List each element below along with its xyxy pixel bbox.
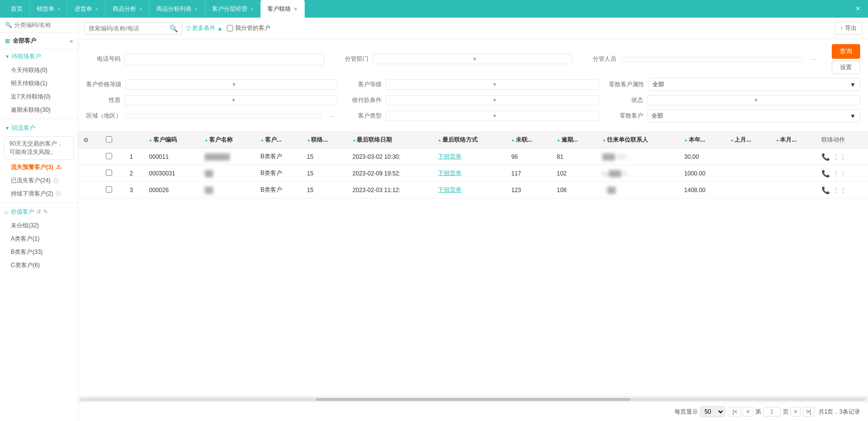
query-button[interactable]: 查询 bbox=[832, 44, 860, 59]
row-last-contact-method-cell[interactable]: 下销货单 bbox=[433, 149, 506, 165]
row-last-contact-method-cell[interactable]: 下销货单 bbox=[433, 165, 506, 182]
person-more-btn[interactable]: ··· bbox=[807, 56, 820, 63]
close-customer-tier-tab[interactable]: × bbox=[250, 6, 253, 12]
filter-icon: ▽ bbox=[186, 25, 191, 32]
col-type[interactable]: 客户... bbox=[256, 132, 302, 149]
zero-retail-attr-value[interactable]: 全部 ▼ bbox=[648, 78, 860, 91]
row-checkbox-cell[interactable] bbox=[101, 182, 125, 198]
scrollbar-thumb[interactable] bbox=[316, 398, 630, 401]
nature-select[interactable]: ▼ bbox=[124, 95, 338, 105]
col-last-contact-date[interactable]: 最后联络日期 bbox=[348, 132, 434, 149]
col-last-month[interactable]: 上月... bbox=[725, 132, 771, 149]
payment-select[interactable]: ▼ bbox=[386, 95, 599, 105]
col-checkbox[interactable] bbox=[101, 132, 125, 149]
sidebar-all-customers-header[interactable]: ⊞ 全部客户 « bbox=[0, 33, 78, 50]
sidebar-group-value[interactable]: ▷ 价值客户 ↺ ✎ bbox=[0, 205, 78, 219]
sidebar-item-unclassified[interactable]: 未分组(32) bbox=[0, 219, 78, 232]
row-action-cell: 📞 ⋮⋮ bbox=[817, 182, 868, 198]
sidebar-item-tomorrow-pending[interactable]: 明天待联络(1) bbox=[0, 77, 78, 90]
per-page-select[interactable]: 50 100 200 bbox=[700, 406, 725, 417]
my-customers-checkbox[interactable] bbox=[227, 25, 233, 31]
next-page-btn[interactable]: > bbox=[791, 407, 801, 417]
status-select[interactable]: ▼ bbox=[647, 95, 860, 105]
sidebar-item-already-lost[interactable]: 已流失客户(24) ⓘ bbox=[0, 174, 78, 187]
page-number-input[interactable] bbox=[763, 407, 781, 417]
col-contact[interactable]: 联络... bbox=[302, 132, 348, 149]
sidebar-item-declining[interactable]: 持续下滑客户(2) ⓘ bbox=[0, 187, 78, 200]
tab-analysis[interactable]: 商品分析 × bbox=[106, 0, 149, 18]
close-all-tabs[interactable]: × bbox=[852, 4, 864, 13]
sidebar-item-overdue-pending[interactable]: 逾期未联络(30) bbox=[0, 103, 78, 117]
sidebar-group-lost[interactable]: ▼ 回流客户 bbox=[0, 121, 78, 135]
price-tier-select[interactable]: ▼ bbox=[125, 79, 338, 90]
filter-zero-retail: 零散客户 全部 ▼ bbox=[609, 109, 860, 123]
filter-phone: 电话号码 bbox=[86, 53, 324, 65]
search-button[interactable]: 🔍 bbox=[169, 25, 178, 32]
search-input[interactable] bbox=[89, 25, 169, 32]
more-action-icon[interactable]: ⋮⋮ bbox=[833, 186, 846, 194]
region-more-btn[interactable]: ··· bbox=[325, 113, 338, 120]
sidebar-item-week-pending[interactable]: 近7天待联络(0) bbox=[0, 90, 78, 103]
tab-purchase[interactable]: 进货单 × bbox=[68, 0, 105, 18]
sidebar-item-class-b[interactable]: B类客户(33) bbox=[0, 246, 78, 259]
col-overdue[interactable]: 逾期... bbox=[552, 132, 598, 149]
more-action-icon[interactable]: ⋮⋮ bbox=[833, 153, 846, 161]
sidebar-item-class-c[interactable]: C类客户(6) bbox=[0, 259, 78, 272]
sidebar-search-input[interactable] bbox=[14, 22, 88, 28]
last-page-btn[interactable]: >| bbox=[803, 407, 815, 417]
close-purchase-tab[interactable]: × bbox=[95, 6, 98, 12]
tab-customer-tier[interactable]: 客户分层经营 × bbox=[205, 0, 261, 18]
chevron-up-icon: ▲ bbox=[217, 25, 223, 32]
more-action-icon[interactable]: ⋮⋮ bbox=[833, 170, 846, 177]
row-checkbox-cell[interactable] bbox=[101, 165, 125, 182]
arrow-down-icon-2: ▼ bbox=[5, 125, 10, 131]
tab-analysis-table[interactable]: 商品分析列表 × bbox=[149, 0, 205, 18]
prev-page-btn[interactable]: < bbox=[743, 407, 753, 417]
horizontal-scrollbar[interactable] bbox=[78, 396, 868, 402]
col-last-contact-method[interactable]: 最后联络方式 bbox=[433, 132, 506, 149]
row-checkbox[interactable] bbox=[106, 153, 112, 159]
close-customer-link-tab[interactable]: × bbox=[294, 6, 297, 12]
tab-sales[interactable]: 销货单 × bbox=[30, 0, 68, 18]
contact-action-icon[interactable]: 📞 bbox=[821, 186, 830, 194]
region-value[interactable] bbox=[125, 114, 321, 119]
settings-button[interactable]: 设置 bbox=[832, 61, 860, 74]
export-button[interactable]: ↑ 导出 bbox=[835, 22, 862, 35]
contact-action-icon[interactable]: 📞 bbox=[821, 153, 830, 161]
edit-icon[interactable]: ✎ bbox=[43, 208, 48, 215]
row-checkbox[interactable] bbox=[106, 186, 112, 193]
customer-tier-select[interactable]: ▼ bbox=[386, 79, 599, 90]
select-all-checkbox[interactable] bbox=[106, 136, 112, 143]
tab-customer-link[interactable]: 客户联络 × bbox=[261, 0, 304, 18]
zero-retail-value[interactable]: 全部 ▼ bbox=[647, 109, 860, 123]
col-this-year[interactable]: 本年... bbox=[679, 132, 725, 149]
dept-select[interactable]: ▼ bbox=[372, 54, 572, 64]
phone-input[interactable] bbox=[124, 53, 324, 65]
col-name[interactable]: 客户名称 bbox=[200, 132, 256, 149]
col-this-month[interactable]: 本月... bbox=[771, 132, 817, 149]
sidebar-group-pending[interactable]: ▼ 待联络客户 bbox=[0, 50, 78, 64]
contact-action-icon[interactable]: 📞 bbox=[821, 170, 830, 177]
sidebar-item-today-pending[interactable]: 今天待联络(0) bbox=[0, 64, 78, 77]
row-checkbox-cell[interactable] bbox=[101, 149, 125, 165]
col-code[interactable]: 客户编码 bbox=[144, 132, 200, 149]
sidebar-item-loss-warning[interactable]: 流失预警客户(3) ⚠ bbox=[0, 161, 78, 174]
more-filter-button[interactable]: ▽ 更多条件 ▲ bbox=[186, 24, 223, 32]
customer-type-select[interactable]: ▼ bbox=[386, 111, 599, 121]
sidebar-collapse-btn[interactable]: « bbox=[70, 38, 73, 45]
close-analysis-table-tab[interactable]: × bbox=[194, 6, 197, 12]
tab-home[interactable]: 首页 bbox=[4, 0, 30, 18]
refresh-icon[interactable]: ↺ bbox=[36, 208, 41, 215]
row-code-cell: 000026 bbox=[144, 182, 200, 198]
row-last-contact-method-cell[interactable]: 下销货单 bbox=[433, 182, 506, 198]
person-value[interactable] bbox=[620, 57, 803, 62]
close-sales-tab[interactable]: × bbox=[57, 6, 60, 12]
close-analysis-tab[interactable]: × bbox=[139, 6, 142, 12]
row-checkbox[interactable] bbox=[106, 170, 112, 176]
sidebar-item-class-a[interactable]: A类客户(1) bbox=[0, 232, 78, 246]
first-page-btn[interactable]: |< bbox=[729, 407, 741, 417]
col-uncontact[interactable]: 未联... bbox=[506, 132, 552, 149]
col-settings[interactable]: ⚙ bbox=[78, 132, 101, 149]
col-unit-contact[interactable]: 往来单位联系人 bbox=[598, 132, 679, 149]
my-customers-checkbox-label[interactable]: 我分管的客户 bbox=[227, 24, 270, 32]
